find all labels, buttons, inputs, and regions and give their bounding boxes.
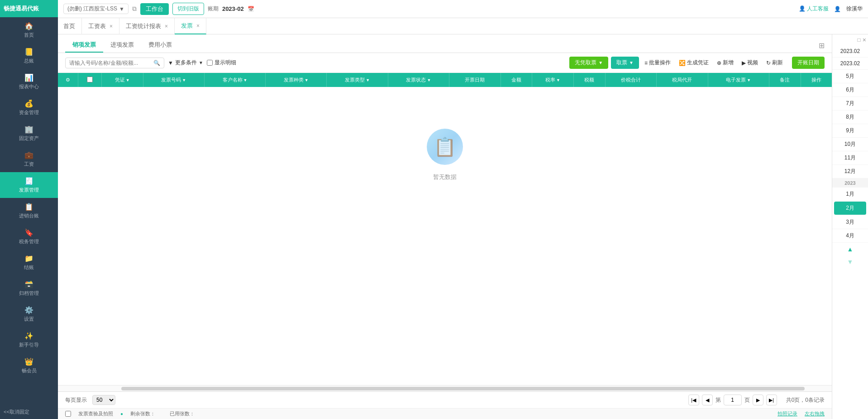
tab-home[interactable]: 首页: [63, 18, 82, 34]
date-panel-2023-1mo[interactable]: 1月: [832, 188, 868, 201]
sidebar-item-settings[interactable]: ⚙️ 设置: [0, 301, 58, 327]
open-period-btn[interactable]: 开账日期: [792, 57, 825, 69]
tax-rate-filter-icon[interactable]: ▼: [556, 78, 560, 82]
sidebar-item-general-ledger[interactable]: 📒 总账: [0, 43, 58, 69]
col-e-invoice: 电子发票▼: [708, 73, 769, 87]
col-settings[interactable]: ⚙: [58, 73, 78, 87]
sidebar-collapse-btn[interactable]: <<取消固定: [0, 405, 58, 419]
sub-tab-expense-label: 费用小票: [148, 41, 172, 48]
date-panel-item-8mo[interactable]: 8月: [832, 111, 868, 124]
join-link[interactable]: 拍照记录: [777, 410, 797, 417]
workspace-button[interactable]: 工作台: [140, 3, 169, 15]
invoice-type-filter-icon[interactable]: ▼: [305, 78, 309, 82]
pagination-bar: 每页显示 50 10 20 100 |◀ ◀ 第 页 ▶ ▶| 共0页，0条记录: [58, 391, 832, 408]
date-panel-item-7mo[interactable]: 7月: [832, 97, 868, 111]
left-right-link[interactable]: 左右拖拽: [805, 410, 825, 417]
refresh-btn[interactable]: ↻ 刷新: [763, 57, 786, 68]
batch-op-btn[interactable]: ≡ 批量操作: [642, 57, 673, 68]
last-page-btn[interactable]: ▶|: [766, 395, 777, 405]
sidebar-label-guide: 新手引导: [19, 342, 39, 348]
grid-settings-icon[interactable]: ⊞: [819, 41, 825, 50]
col-amount: 金额: [501, 73, 532, 87]
sidebar-logo[interactable]: 畅捷通易代账: [0, 0, 58, 17]
date-nav-up-icon[interactable]: ▲: [847, 246, 854, 253]
filter-icon: ▼: [168, 60, 173, 66]
tab-salary[interactable]: 工资表 ×: [82, 18, 119, 34]
switch-button[interactable]: 切到旧版: [172, 3, 204, 15]
sidebar-item-fund[interactable]: 💰 资金管理: [0, 95, 58, 120]
sub-tab-expense-receipt[interactable]: 费用小票: [141, 38, 179, 53]
invoice-status-filter-icon[interactable]: ▼: [427, 78, 431, 82]
select-all-checkbox[interactable]: [87, 77, 93, 82]
invoice-no-filter-icon[interactable]: ▼: [182, 78, 186, 82]
sidebar-item-reports[interactable]: 📊 报表中心: [0, 69, 58, 95]
sidebar-item-member[interactable]: 👑 畅会员: [0, 353, 58, 379]
sidebar-label-fixed-assets: 固定资产: [19, 135, 39, 142]
tab-salary-stats-close[interactable]: ×: [165, 23, 168, 29]
date-panel-2023-4mo[interactable]: 4月: [832, 229, 868, 243]
show-detail-checkbox[interactable]: [207, 60, 213, 66]
date-panel-2023-3mo[interactable]: 3月: [832, 216, 868, 229]
no-voucher-btn[interactable]: 无凭取票 ▼: [569, 57, 608, 69]
sidebar-item-tax[interactable]: 🔖 税务管理: [0, 224, 58, 250]
sidebar-item-salary[interactable]: 💼 工资: [0, 146, 58, 172]
batch-op-icon: ≡: [644, 60, 648, 66]
sub-tab-sales-invoice[interactable]: 销项发票: [65, 38, 103, 53]
date-panel-maximize-icon[interactable]: □: [858, 37, 861, 43]
tab-invoice-close[interactable]: ×: [196, 23, 200, 29]
sidebar-item-home[interactable]: 🏠 首页: [0, 17, 58, 43]
more-conditions-btn[interactable]: ▼ 更多条件 ▼: [168, 59, 203, 67]
invoice-category-filter-icon[interactable]: ▼: [366, 78, 370, 82]
salary-icon: 💼: [24, 151, 33, 159]
page-input[interactable]: [724, 395, 742, 405]
date-panel-item-6mo[interactable]: 6月: [832, 83, 868, 97]
date-nav-down-icon[interactable]: ▼: [847, 258, 854, 265]
date-panel-item-10mo[interactable]: 10月: [832, 138, 868, 151]
date-panel-close-btn[interactable]: ×: [863, 36, 866, 43]
sub-tab-purchase-invoice[interactable]: 进项发票: [103, 38, 141, 53]
invoice-check-checkbox[interactable]: [65, 411, 71, 417]
video-btn[interactable]: ▶ 视频: [739, 57, 761, 68]
tab-invoice[interactable]: 发票 ×: [175, 18, 206, 34]
sidebar-item-close[interactable]: 📁 结账: [0, 250, 58, 275]
take-ticket-btn[interactable]: 取票 ▼: [611, 57, 639, 69]
sidebar-item-fixed-assets[interactable]: 🏢 固定资产: [0, 120, 58, 146]
col-invoice-category: 发票类型▼: [327, 73, 388, 87]
first-page-btn[interactable]: |◀: [688, 395, 699, 405]
new-btn[interactable]: ⊕ 新增: [714, 57, 736, 68]
gen-voucher-btn[interactable]: 🔀 生成凭证: [676, 57, 711, 68]
refresh-icon: ↻: [766, 60, 771, 66]
next-page-btn[interactable]: ▶: [753, 395, 763, 405]
date-panel-item-11mo[interactable]: 11月: [832, 151, 868, 165]
search-icon[interactable]: 🔍: [153, 60, 160, 66]
tab-salary-stats[interactable]: 工资统计报表 ×: [119, 18, 175, 34]
e-invoice-filter-icon[interactable]: ▼: [747, 78, 751, 82]
support-btn[interactable]: 👤 人工客服: [799, 5, 829, 13]
no-voucher-label: 无凭取票: [575, 59, 596, 67]
col-invoice-type: 发票种类▼: [266, 73, 327, 87]
sidebar-item-sales-ledger[interactable]: 📋 进销台账: [0, 198, 58, 224]
prev-page-btn[interactable]: ◀: [702, 395, 713, 405]
date-panel-item-9mo[interactable]: 9月: [832, 124, 868, 138]
show-detail-check[interactable]: 显示明细: [207, 59, 236, 67]
date-panel-2023-2mo[interactable]: 2月: [834, 202, 866, 215]
col-checkbox[interactable]: [78, 73, 102, 87]
sidebar-collapse-label: <<取消固定: [4, 409, 29, 415]
per-page-select[interactable]: 50 10 20 100: [92, 395, 115, 405]
date-panel-item-1[interactable]: 2023.02: [832, 58, 868, 70]
voucher-filter-icon[interactable]: ▼: [126, 78, 130, 82]
customer-filter-icon[interactable]: ▼: [243, 78, 248, 82]
company-selector[interactable]: (勿删) 江西股宝-LSS ▼: [63, 4, 129, 14]
sidebar-item-archive[interactable]: 🗃️ 归档管理: [0, 275, 58, 301]
date-panel-item-12mo[interactable]: 12月: [832, 165, 868, 178]
horizontal-scrollbar[interactable]: [58, 385, 832, 391]
copy-icon[interactable]: ⧉: [132, 5, 137, 13]
date-panel-item-5mo[interactable]: 5月: [832, 70, 868, 83]
search-input[interactable]: [69, 60, 151, 66]
sidebar-item-invoice-mgmt[interactable]: 🧾 发票管理: [0, 172, 58, 198]
date-panel-nav: ▲: [832, 243, 868, 255]
tab-salary-close[interactable]: ×: [110, 23, 113, 29]
sidebar-item-guide[interactable]: ✨ 新手引导: [0, 327, 58, 353]
calendar-icon[interactable]: 📅: [248, 6, 254, 12]
date-panel-item-0[interactable]: 2023.02: [832, 45, 868, 58]
